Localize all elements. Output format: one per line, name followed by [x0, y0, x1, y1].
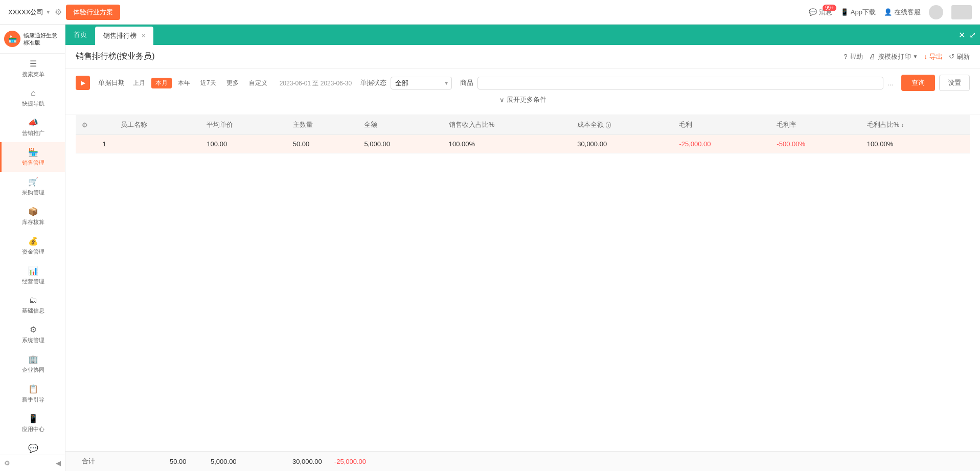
message-badge: 99+ — [823, 5, 836, 11]
export-icon: ↓ — [924, 53, 928, 60]
sidebar-item-system[interactable]: ⚙ 系统管理 — [0, 320, 65, 349]
th-settings[interactable]: ⚙ — [76, 115, 94, 135]
sidebar-label-system: 系统管理 — [22, 337, 44, 344]
sidebar-label-purchase: 采购管理 — [22, 189, 44, 196]
app-download-icon: 📱 — [840, 8, 849, 16]
th-cost-amount: 成本全额 i — [571, 115, 673, 135]
sidebar-label-operations: 经营管理 — [22, 278, 44, 285]
table-area: ⚙ 员工名称 平均单价 主数量 全额 销售收入占比% 成本全额 i 毛利 毛利率 — [65, 115, 980, 451]
message-icon: 💬 — [809, 8, 817, 16]
help-label: 帮助 — [850, 52, 863, 61]
row-rank: 1 — [94, 135, 115, 153]
tab-bar: 首页 销售排行榜 × ✕ ⤢ — [65, 25, 980, 45]
expand-more-button[interactable]: ∨ 展开更多条件 — [499, 95, 546, 104]
wechat-icon: 💬 — [28, 443, 38, 453]
goods-input[interactable] — [477, 77, 883, 89]
filter-expand-toggle[interactable]: ▶ — [76, 76, 90, 90]
trial-button[interactable]: 体验行业方案 — [66, 5, 120, 20]
status-filter: 单据状态 全部 已审核 未审核 ▼ — [360, 77, 452, 89]
tab-sales-ranking[interactable]: 销售排行榜 × — [95, 27, 153, 45]
print-button[interactable]: 🖨 按模板打印 ▼ — [869, 52, 918, 61]
cost-info-icon[interactable]: i — [606, 122, 611, 128]
enterprise-icon: 🏢 — [28, 354, 38, 364]
date-pill-7days[interactable]: 近7天 — [196, 78, 220, 88]
refresh-button[interactable]: ↺ 刷新 — [949, 52, 970, 61]
goods-ellipsis-button[interactable]: ... — [887, 79, 893, 87]
search-order-icon: ☰ — [30, 59, 37, 69]
sidebar-item-enterprise[interactable]: 🏢 企业协同 — [0, 349, 65, 379]
sidebar-nav: ☰ 搜索菜单 ⌂ 快捷导航 📣 营销推广 🏪 销售管理 🛒 采购管理 — [0, 54, 65, 455]
marketing-icon: 📣 — [28, 118, 38, 127]
tab-maximize-icon[interactable]: ⤢ — [969, 30, 976, 40]
goods-filter-label: 商品 — [460, 78, 473, 87]
page-title: 销售排行榜(按业务员) — [76, 51, 155, 62]
online-service-button[interactable]: 👤 在线客服 — [884, 8, 921, 17]
tab-home-label: 首页 — [74, 30, 87, 39]
sidebar-item-marketing[interactable]: 📣 营销推广 — [0, 113, 65, 142]
footer-cost-amount: 30,000.00 — [286, 458, 328, 465]
sidebar-bottom-gear[interactable]: ⚙ — [4, 459, 10, 467]
tab-home[interactable]: 首页 — [65, 25, 95, 45]
row-sales-pct: 100.00% — [443, 135, 572, 153]
row-profit: -25,000.00 — [673, 135, 770, 153]
logo-line2: 标准版 — [24, 39, 57, 46]
table-body: 1 100.00 50.00 5,000.00 100.00% 30,000.0… — [76, 135, 970, 153]
export-button[interactable]: ↓ 导出 — [924, 52, 943, 61]
date-pill-this-year[interactable]: 本年 — [174, 78, 194, 88]
th-profit-rate: 毛利率 — [770, 115, 861, 135]
sales-icon: 🏪 — [28, 147, 38, 157]
help-button[interactable]: ? 帮助 — [844, 52, 862, 61]
sidebar-item-app-center[interactable]: 📱 应用中心 — [0, 409, 65, 438]
page-header: 销售排行榜(按业务员) ? 帮助 🖨 按模板打印 ▼ ↓ — [65, 45, 980, 69]
th-name: 员工名称 — [115, 115, 200, 135]
sidebar-collapse-btn[interactable]: ◀ — [56, 459, 61, 467]
status-select[interactable]: 全部 已审核 未审核 — [391, 77, 452, 89]
row-amount: 5,000.00 — [358, 135, 442, 153]
top-bar-right: 💬 消息 99+ 📱 App下载 👤 在线客服 — [809, 5, 972, 19]
sidebar-item-purchase[interactable]: 🛒 采购管理 — [0, 172, 65, 201]
print-label: 按模板打印 — [878, 52, 911, 61]
table-row: 1 100.00 50.00 5,000.00 100.00% 30,000.0… — [76, 135, 970, 153]
sidebar-item-finance[interactable]: 💰 资金管理 — [0, 231, 65, 261]
data-table: ⚙ 员工名称 平均单价 主数量 全额 销售收入占比% 成本全额 i 毛利 毛利率 — [76, 115, 970, 153]
message-button[interactable]: 💬 消息 99+ — [809, 8, 832, 17]
sidebar-item-guide[interactable]: 📋 新手引导 — [0, 379, 65, 409]
tab-close-window-icon[interactable]: ✕ — [959, 30, 965, 40]
sidebar-item-search-order[interactable]: ☰ 搜索菜单 — [0, 54, 65, 83]
top-gear-icon[interactable]: ⚙ — [55, 7, 62, 17]
settings-button[interactable]: 设置 — [939, 75, 970, 91]
sidebar-item-sales[interactable]: 🏪 销售管理 — [0, 142, 65, 172]
th-amount: 全额 — [358, 115, 442, 135]
user-avatar[interactable] — [929, 5, 943, 19]
tab-actions: ✕ ⤢ — [959, 30, 980, 40]
app-download-button[interactable]: 📱 App下载 — [840, 8, 876, 17]
app-center-icon: 📱 — [28, 414, 38, 423]
sidebar-label-search: 搜索菜单 — [22, 71, 44, 78]
inventory-icon: 📦 — [28, 207, 38, 216]
tab-close-button[interactable]: × — [142, 32, 145, 39]
date-pill-custom[interactable]: 自定义 — [245, 78, 271, 88]
date-pill-this-month[interactable]: 本月 — [151, 78, 172, 88]
action-buttons: 查询 设置 — [901, 75, 970, 91]
sidebar-label-inventory: 库存核算 — [22, 218, 44, 226]
online-service-icon: 👤 — [884, 8, 892, 16]
sidebar-label-basic: 基础信息 — [22, 307, 44, 315]
th-sales-pct: 销售收入占比% — [443, 115, 572, 135]
company-selector[interactable]: XXXXX公司 ▼ — [8, 8, 51, 17]
expand-more-arrow: ∨ — [499, 96, 505, 104]
expand-more-label: 展开更多条件 — [507, 95, 546, 104]
date-pill-more[interactable]: 更多 — [222, 78, 243, 88]
quick-nav-icon: ⌂ — [31, 88, 36, 98]
sidebar-item-wechat[interactable]: 💬 企业微信 — [0, 438, 65, 455]
query-button[interactable]: 查询 — [901, 75, 935, 91]
sidebar-bottom: ⚙ ◀ — [0, 455, 65, 471]
sidebar-item-quick-nav[interactable]: ⌂ 快捷导航 — [0, 83, 65, 113]
date-pill-last-month[interactable]: 上月 — [129, 78, 149, 88]
sidebar-item-inventory[interactable]: 📦 库存核算 — [0, 201, 65, 231]
finance-icon: 💰 — [28, 236, 38, 246]
sidebar-item-basic-info[interactable]: 🗂 基础信息 — [0, 290, 65, 320]
page-content: 销售排行榜(按业务员) ? 帮助 🖨 按模板打印 ▼ ↓ — [65, 45, 980, 471]
top-bar-left: XXXXX公司 ▼ ⚙ 体验行业方案 — [8, 5, 120, 20]
sidebar-item-operations[interactable]: 📊 经营管理 — [0, 261, 65, 290]
date-pills: 上月 本月 本年 近7天 更多 自定义 — [129, 78, 271, 88]
